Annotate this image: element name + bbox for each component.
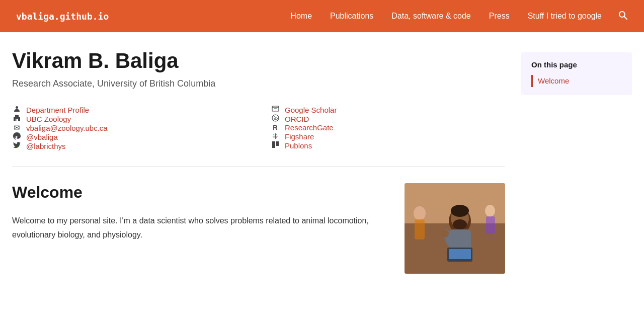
links-right: Google Scholar ORCID R ResearchGate ⁜ Fi…: [271, 105, 505, 150]
svg-line-1: [624, 16, 627, 19]
nav-home[interactable]: Home: [290, 12, 312, 20]
svg-point-26: [414, 206, 426, 220]
svg-rect-13: [272, 141, 275, 148]
search-icon[interactable]: [618, 10, 628, 23]
svg-rect-25: [449, 249, 471, 259]
main-content: Vikram B. Baliga Research Associate, Uni…: [12, 48, 521, 274]
on-this-page-welcome-link[interactable]: Welcome: [531, 75, 622, 87]
scholar-icon: [271, 105, 280, 114]
welcome-section: Welcome Welcome to my personal site. I'm…: [12, 183, 505, 274]
svg-point-23: [441, 229, 449, 237]
welcome-text: Welcome Welcome to my personal site. I'm…: [12, 183, 388, 241]
svg-rect-3: [14, 117, 20, 121]
page-wrapper: Vikram B. Baliga Research Associate, Uni…: [0, 32, 644, 290]
svg-rect-29: [486, 216, 495, 234]
svg-rect-5: [16, 119, 17, 121]
link-orcid: ORCID: [271, 114, 505, 123]
twitter-link[interactable]: @labricthys: [26, 142, 66, 150]
svg-point-28: [485, 205, 495, 217]
svg-rect-27: [415, 219, 425, 239]
figshare-link[interactable]: Figshare: [285, 132, 314, 141]
publons-link[interactable]: Publons: [285, 141, 312, 150]
link-ubc-zoology: UBC Zoology: [12, 114, 247, 123]
main-nav: vbaliga.github.io Home Publications Data…: [0, 0, 644, 32]
link-researchgate: R ResearchGate: [271, 123, 505, 132]
link-figshare: ⁜ Figshare: [271, 132, 505, 141]
svg-point-11: [274, 116, 275, 117]
links-grid: Department Profile UBC Zoology ✉ vbaliga…: [12, 105, 505, 150]
ubc-zoology-link[interactable]: UBC Zoology: [26, 115, 71, 123]
welcome-image: [405, 183, 505, 274]
section-divider: [12, 167, 505, 167]
link-publons: Publons: [271, 141, 505, 150]
github-icon: [12, 132, 21, 141]
on-this-page-box: On this page Welcome: [521, 52, 632, 95]
on-this-page-title: On this page: [531, 60, 622, 69]
building-icon: [12, 114, 21, 123]
link-github: @vbaliga: [12, 132, 247, 141]
github-link[interactable]: @vbaliga: [26, 133, 58, 141]
nav-data[interactable]: Data, software & code: [391, 12, 470, 20]
department-profile-link[interactable]: Department Profile: [26, 106, 89, 114]
nav-links: Home Publications Data, software & code …: [290, 12, 602, 21]
person-icon: [12, 105, 21, 114]
link-email: ✉ vbaliga@zoology.ubc.ca: [12, 123, 247, 132]
nav-press[interactable]: Press: [489, 12, 510, 20]
researchgate-icon: R: [271, 124, 280, 131]
sidebar: On this page Welcome: [521, 48, 632, 274]
email-icon: ✉: [12, 123, 21, 132]
profile-title: Research Associate, University of Britis…: [12, 78, 505, 89]
svg-rect-4: [15, 115, 19, 117]
welcome-heading: Welcome: [12, 183, 388, 202]
svg-point-19: [451, 205, 469, 217]
publons-icon: [271, 141, 280, 150]
link-google-scholar: Google Scholar: [271, 105, 505, 114]
svg-point-20: [453, 219, 467, 229]
svg-point-2: [16, 106, 18, 109]
email-link[interactable]: vbaliga@zoology.ubc.ca: [26, 124, 108, 132]
svg-rect-14: [276, 141, 279, 146]
researchgate-link[interactable]: ResearchGate: [285, 123, 334, 132]
nav-publications[interactable]: Publications: [330, 12, 373, 20]
site-brand[interactable]: vbaliga.github.io: [16, 11, 109, 22]
profile-header: Vikram B. Baliga Research Associate, Uni…: [12, 48, 505, 89]
google-scholar-link[interactable]: Google Scholar: [285, 106, 337, 114]
twitter-icon: [12, 141, 21, 150]
profile-name: Vikram B. Baliga: [12, 48, 505, 73]
nav-stuff[interactable]: Stuff I tried to google: [528, 12, 602, 20]
welcome-body: Welcome to my personal site. I'm a data …: [12, 214, 388, 241]
links-left: Department Profile UBC Zoology ✉ vbaliga…: [12, 105, 247, 150]
link-department-profile: Department Profile: [12, 105, 247, 114]
figshare-icon: ⁜: [271, 132, 280, 141]
orcid-icon: [271, 114, 280, 123]
orcid-link[interactable]: ORCID: [285, 115, 309, 123]
link-twitter: @labricthys: [12, 141, 247, 150]
svg-rect-6: [17, 119, 18, 121]
